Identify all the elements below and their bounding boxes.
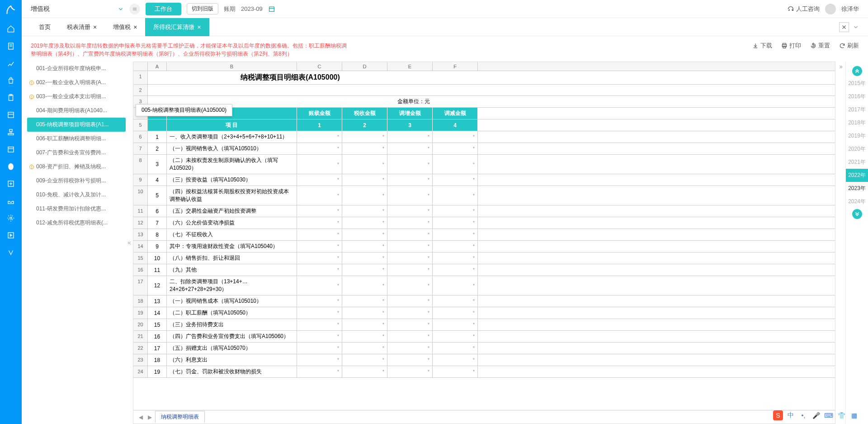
- subnav-item-4[interactable]: 005-纳税调整项目明细表(A1...: [27, 118, 126, 132]
- table-row: 1712二、扣除类调整项目（13+14+…24+26+27+28+29+30）: [133, 276, 835, 295]
- year-item[interactable]: 2016年: [846, 90, 868, 103]
- subnav-item-7[interactable]: 008-资产折旧、摊销及纳税...: [27, 160, 126, 174]
- settings-icon[interactable]: [6, 214, 15, 223]
- active-sheet-tab[interactable]: 纳税调整明细表: [155, 411, 205, 423]
- download-button[interactable]: 下载: [752, 42, 772, 50]
- subnav-item-6[interactable]: 007-广告费和业务宣传费跨...: [27, 146, 126, 160]
- workspace-button[interactable]: 工作台: [146, 3, 181, 15]
- year-item[interactable]: 2017年: [846, 103, 868, 116]
- table-row: 1510（八）销售折扣、折让和退回: [133, 252, 835, 264]
- table-row: 2318（六）利息支出: [133, 354, 835, 366]
- form-icon[interactable]: [6, 110, 15, 119]
- close-all-tabs-button[interactable]: [839, 22, 849, 32]
- year-item[interactable]: 2019年: [846, 129, 868, 143]
- module-dropdown[interactable]: 增值税: [31, 5, 124, 13]
- tab-close-icon[interactable]: ×: [197, 24, 201, 31]
- svg-rect-15: [269, 7, 274, 11]
- warning-text: 2019年度涉及取以前年度结转数据的申报表单元格需要手工维护正确，才能保证本年及…: [31, 42, 347, 58]
- tab-1[interactable]: 税表清册×: [59, 18, 105, 36]
- ime-mic-icon[interactable]: 🎤: [811, 410, 821, 420]
- year-item[interactable]: 2015年: [846, 77, 868, 90]
- column-headers: A B C D E F: [133, 62, 835, 71]
- year-item[interactable]: 2018年: [846, 116, 868, 129]
- chart-icon[interactable]: [6, 59, 15, 68]
- tab-3[interactable]: 所得税汇算清缴×: [145, 18, 209, 36]
- ime-grid-icon[interactable]: ▦: [849, 410, 859, 420]
- clipboard-icon[interactable]: [6, 93, 15, 102]
- print-button[interactable]: 打印: [781, 42, 801, 50]
- year-item[interactable]: 2020年: [846, 143, 868, 156]
- table-row: 5项 目1234: [133, 119, 835, 131]
- table-row: 61一、收入类调整项目（2+3+4+5+6+7+8+10+11）: [133, 131, 835, 143]
- ime-punct-icon[interactable]: •,: [798, 410, 808, 420]
- reset-button[interactable]: 重置: [810, 42, 830, 50]
- svg-point-30: [32, 168, 32, 168]
- doc-icon[interactable]: [6, 42, 15, 51]
- table-row: 149 其中：专项用途财政性资金（填写A105040）: [133, 241, 835, 252]
- subnav-item-5[interactable]: 006-职工薪酬纳税调整明细...: [27, 132, 126, 146]
- ime-bar: S 中 •, 🎤 ⌨ 👕 ▦: [773, 410, 859, 420]
- subnav-item-0[interactable]: 001-企业所得税年度纳税申...: [27, 62, 126, 76]
- year-item[interactable]: 2024年: [846, 195, 868, 208]
- tabs-overflow-icon[interactable]: [853, 24, 859, 30]
- export-icon[interactable]: [6, 179, 15, 188]
- tab-2[interactable]: 增值税×: [105, 18, 145, 36]
- period-label: 账期: [224, 5, 236, 13]
- sheet-prev-icon[interactable]: ◀: [137, 414, 144, 420]
- subnav-item-2[interactable]: 003-一般企业成本支出明细...: [27, 90, 126, 104]
- subnav-item-11[interactable]: 012-减免所得税优惠明细表(...: [27, 216, 126, 230]
- subnav-item-8[interactable]: 009-企业所得税弥补亏损明...: [27, 174, 126, 188]
- year-scroll-down[interactable]: [852, 209, 862, 219]
- sheet-next-icon[interactable]: ▶: [146, 414, 153, 420]
- play-icon[interactable]: [6, 231, 15, 240]
- svg-rect-5: [8, 112, 14, 118]
- subnav-item-1[interactable]: 002-一般企业收入明细表(A...: [27, 76, 126, 90]
- right-slim-rail: [837, 62, 845, 424]
- list-button[interactable]: [129, 4, 140, 14]
- year-item[interactable]: 2022年: [846, 169, 868, 182]
- svg-point-27: [32, 98, 32, 98]
- ime-keyboard-icon[interactable]: ⌨: [824, 410, 834, 420]
- year-item[interactable]: 2021年: [846, 156, 868, 169]
- ime-shirt-icon[interactable]: 👕: [836, 410, 846, 420]
- stamp-icon[interactable]: [6, 128, 15, 137]
- table-row: 116（五）交易性金融资产初始投资调整: [133, 205, 835, 217]
- year-item[interactable]: 2023年: [846, 182, 868, 195]
- home-icon[interactable]: [6, 24, 15, 33]
- headset-icon: [787, 5, 794, 13]
- old-version-button[interactable]: 切到旧版: [187, 3, 218, 14]
- table-row: 1914（二）职工薪酬（填写A105050）: [133, 307, 835, 319]
- module-dropdown-value: 增值税: [31, 5, 50, 13]
- table-row: 3金额单位：元: [133, 96, 835, 108]
- avatar[interactable]: [825, 4, 836, 14]
- calendar-small-icon[interactable]: [268, 5, 275, 13]
- inbox-icon[interactable]: [6, 196, 15, 205]
- ime-lang-icon[interactable]: 中: [786, 410, 796, 420]
- tab-close-icon[interactable]: ×: [93, 24, 97, 31]
- table-row: 105（四）按权益法核算长期股权投资对初始投资成本调整确认收益: [133, 186, 835, 205]
- subnav-item-10[interactable]: 011-研发费用加计扣除优惠...: [27, 202, 126, 216]
- left-nav-rail: [0, 0, 22, 424]
- expand-right-icon[interactable]: [839, 64, 844, 70]
- v-icon[interactable]: [6, 248, 15, 257]
- period-value[interactable]: 2023-09: [241, 5, 263, 12]
- year-scroll-up[interactable]: [852, 66, 862, 76]
- table-row: 4账载金额税收金额调增金额调减金额: [133, 108, 835, 119]
- table-row: 2: [133, 85, 835, 96]
- subnav-item-3[interactable]: 004-期间费用明细表(A1040...: [27, 104, 126, 118]
- consult-link[interactable]: 人工咨询: [787, 5, 820, 13]
- tax-icon[interactable]: [6, 162, 15, 171]
- sidebar-collapse-handle[interactable]: [126, 62, 133, 424]
- table-row: 2116（四）广告费和业务宣传费支出（填写A105060）: [133, 331, 835, 343]
- svg-point-10: [10, 217, 12, 219]
- calendar-icon[interactable]: [6, 145, 15, 154]
- tab-close-icon[interactable]: ×: [133, 24, 137, 31]
- ime-logo-icon[interactable]: S: [773, 410, 783, 420]
- table-row: 83（二）未按权责发生制原则确认的收入（填写A105020）: [133, 155, 835, 174]
- tab-0[interactable]: 首页: [31, 18, 59, 36]
- subnav-item-9[interactable]: 010-免税、减计收入及加计...: [27, 188, 126, 202]
- table-row: 1611（九）其他: [133, 264, 835, 276]
- warning-icon: [29, 94, 34, 100]
- refresh-button[interactable]: 刷新: [839, 42, 859, 50]
- bag-icon[interactable]: [6, 76, 15, 85]
